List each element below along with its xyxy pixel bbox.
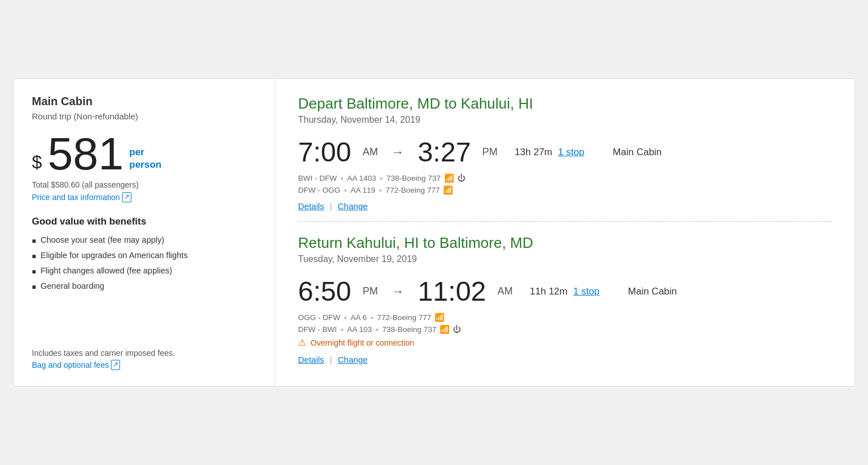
cabin-label-return: Main Cabin bbox=[628, 286, 677, 297]
leg1-flight: AA 1403 bbox=[347, 174, 376, 182]
benefit-item-1: ■ Choose your seat (fee may apply) bbox=[32, 235, 257, 245]
dot-sep: ● bbox=[379, 175, 383, 181]
return-change-link[interactable]: Change bbox=[338, 355, 368, 364]
arrive-time: 3:27 bbox=[418, 136, 470, 168]
depart-title: Depart Baltimore, MD to Kahului, HI bbox=[298, 95, 832, 113]
dot-sep: ● bbox=[370, 314, 374, 321]
wifi-icon-3: 📶 bbox=[435, 313, 444, 322]
depart-times-row: 7:00 AM → 3:27 PM 13h 27m 1 stop Main Ca… bbox=[298, 136, 832, 168]
leg2-flight: AA 119 bbox=[350, 186, 375, 194]
right-panel: Depart Baltimore, MD to Kahului, HI Thur… bbox=[275, 79, 854, 386]
left-panel: Main Cabin Round trip (Non-refundable) $… bbox=[14, 79, 275, 386]
bullet-icon: ■ bbox=[32, 252, 36, 260]
section-divider bbox=[298, 221, 832, 222]
wifi-icon-1: 📶 bbox=[444, 173, 454, 182]
dot-sep: ● bbox=[344, 187, 347, 193]
duration-text: 13h 27m bbox=[515, 147, 552, 158]
benefit-text-3: Flight changes allowed (fee applies) bbox=[40, 266, 172, 275]
bullet-icon: ■ bbox=[32, 268, 36, 276]
leg1-aircraft: 738-Boeing 737 bbox=[386, 174, 440, 182]
overnight-text: Overnight flight or connection bbox=[311, 338, 414, 347]
depart-time: 7:00 bbox=[298, 136, 351, 168]
depart-date: Thursday, November 14, 2019 bbox=[298, 115, 832, 125]
return-arrive-period: AM bbox=[498, 285, 513, 297]
per-person-label: perperson bbox=[129, 146, 162, 171]
power-icon-2: ⏻ bbox=[453, 325, 461, 334]
return-leg1-flight: AA 6 bbox=[350, 313, 367, 322]
arrow-icon-2: → bbox=[391, 284, 404, 299]
bag-fees-link[interactable]: Bag and optional fees ↗ bbox=[32, 360, 120, 370]
price-row: $ 581 perperson bbox=[32, 131, 257, 177]
return-leg2-aircraft: 738-Boeing 737 bbox=[382, 325, 436, 334]
benefits-title: Good value with benefits bbox=[32, 216, 257, 227]
benefit-item-2: ■ Eligible for upgrades on American flig… bbox=[32, 251, 257, 260]
price-amount: 581 bbox=[48, 131, 123, 177]
pipe-separator-2: | bbox=[330, 355, 332, 364]
dollar-sign: $ bbox=[32, 153, 42, 171]
return-date: Tuesday, November 19, 2019 bbox=[298, 254, 832, 264]
return-details-link[interactable]: Details bbox=[298, 355, 324, 364]
cabin-type-label: Main Cabin bbox=[32, 95, 257, 108]
arrow-icon: → bbox=[391, 145, 404, 160]
benefit-text-2: Eligible for upgrades on American flight… bbox=[40, 251, 188, 260]
cabin-label-depart: Main Cabin bbox=[613, 147, 662, 158]
depart-leg1-row: BWI - DFW ● AA 1403 ● 738-Boeing 737 📶 ⏻ bbox=[298, 173, 832, 182]
includes-text: Includes taxes and carrier imposed fees. bbox=[32, 348, 257, 358]
bullet-icon: ■ bbox=[32, 237, 36, 245]
return-leg2-flight: AA 103 bbox=[347, 325, 372, 334]
left-bottom: Includes taxes and carrier imposed fees.… bbox=[32, 348, 257, 370]
return-leg1-route: OGG - DFW bbox=[298, 313, 340, 322]
external-link-icon: ↗ bbox=[122, 192, 131, 202]
dot-sep: ● bbox=[340, 175, 344, 181]
return-times-row: 6:50 PM → 11:02 AM 11h 12m 1 stop Main C… bbox=[298, 276, 832, 307]
leg1-route: BWI - DFW bbox=[298, 174, 337, 182]
depart-details-link[interactable]: Details bbox=[298, 201, 324, 211]
depart-section: Depart Baltimore, MD to Kahului, HI Thur… bbox=[298, 95, 832, 211]
wifi-icon-4: 📶 bbox=[440, 325, 449, 334]
pipe-separator: | bbox=[330, 201, 332, 211]
benefit-text-4: General boarding bbox=[40, 281, 104, 290]
booking-card: Main Cabin Round trip (Non-refundable) $… bbox=[13, 78, 855, 387]
arrive-period: PM bbox=[482, 146, 498, 158]
trip-type-label: Round trip (Non-refundable) bbox=[32, 111, 257, 121]
dot-sep: ● bbox=[340, 326, 344, 333]
benefit-text-1: Choose your seat (fee may apply) bbox=[40, 235, 164, 244]
leg2-route: DFW - OGG bbox=[298, 186, 340, 194]
return-leg2-row: DFW - BWI ● AA 103 ● 738-Boeing 737 📶 ⏻ bbox=[298, 325, 832, 334]
stops-link-return[interactable]: 1 stop bbox=[573, 286, 600, 297]
leg2-aircraft: 772-Boeing 777 bbox=[386, 186, 440, 194]
benefit-item-3: ■ Flight changes allowed (fee applies) bbox=[32, 266, 257, 276]
price-tax-link[interactable]: Price and tax information ↗ bbox=[32, 192, 131, 202]
return-actions-row: Details | Change bbox=[298, 355, 832, 364]
external-link-icon-2: ↗ bbox=[111, 360, 120, 370]
depart-period: AM bbox=[362, 146, 378, 158]
return-depart-time: 6:50 bbox=[298, 276, 351, 307]
stops-link-depart[interactable]: 1 stop bbox=[558, 147, 584, 158]
benefit-item-4: ■ General boarding bbox=[32, 281, 257, 291]
power-icon-1: ⏻ bbox=[457, 173, 465, 182]
return-arrive-time: 11:02 bbox=[418, 276, 486, 307]
return-duration: 11h 12m bbox=[530, 286, 568, 297]
return-duration-stops: 11h 12m 1 stop bbox=[530, 286, 600, 297]
duration-stops: 13h 27m 1 stop bbox=[515, 147, 584, 158]
depart-leg2-row: DFW - OGG ● AA 119 ● 772-Boeing 777 📶 bbox=[298, 185, 832, 194]
total-price-label: Total $580.60 (all passengers) bbox=[32, 180, 257, 189]
return-leg1-row: OGG - DFW ● AA 6 ● 772-Boeing 777 📶 bbox=[298, 313, 832, 322]
return-depart-period: PM bbox=[362, 285, 378, 297]
return-section: Return Kahului, HI to Baltimore, MD Tues… bbox=[298, 234, 832, 364]
dot-sep: ● bbox=[375, 326, 379, 333]
warning-triangle-icon: ⚠ bbox=[298, 337, 306, 348]
depart-actions-row: Details | Change bbox=[298, 201, 832, 211]
overnight-warning: ⚠ Overnight flight or connection bbox=[298, 337, 832, 348]
depart-change-link[interactable]: Change bbox=[338, 201, 368, 211]
left-top: Main Cabin Round trip (Non-refundable) $… bbox=[32, 95, 257, 297]
return-leg2-route: DFW - BWI bbox=[298, 325, 337, 334]
return-title: Return Kahului, HI to Baltimore, MD bbox=[298, 234, 832, 252]
bullet-icon: ■ bbox=[32, 283, 36, 291]
wifi-icon-2: 📶 bbox=[443, 185, 453, 194]
return-leg1-aircraft: 772-Boeing 777 bbox=[377, 313, 431, 322]
dot-sep: ● bbox=[344, 314, 347, 321]
dot-sep: ● bbox=[379, 187, 382, 193]
